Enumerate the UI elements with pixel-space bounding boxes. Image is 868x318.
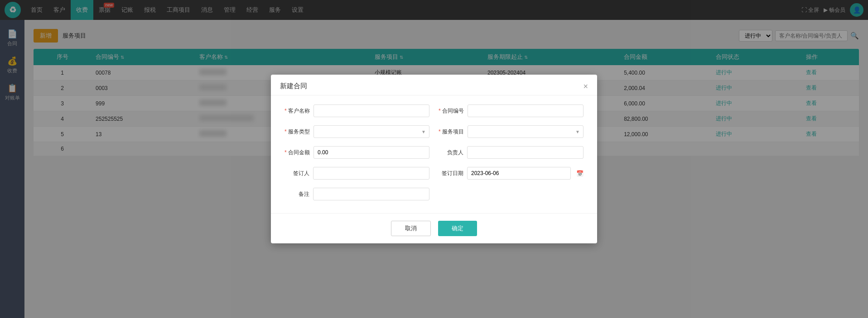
- client-name-label: 客户名称: [285, 107, 310, 115]
- form-field-responsible: 负责人: [439, 146, 583, 159]
- contract-no-input[interactable]: [468, 104, 583, 117]
- service-type-label: 服务类型: [285, 128, 310, 136]
- service-type-select-wrapper: ▼: [313, 125, 429, 138]
- signer-input[interactable]: [313, 167, 429, 180]
- form-field-service-item: 服务项目 ▼: [439, 125, 583, 138]
- service-item-label: 服务项目: [439, 128, 464, 136]
- modal-overlay: 新建合同 × 客户名称 合同编号: [24, 20, 868, 318]
- cancel-button[interactable]: 取消: [391, 221, 431, 236]
- modal-title: 新建合同: [280, 82, 307, 90]
- confirm-button[interactable]: 确定: [438, 221, 477, 236]
- modal-body: 客户名称 合同编号 服务类型: [271, 95, 597, 213]
- form-row-3: 合同金额 负责人: [285, 146, 583, 159]
- responsible-label: 负责人: [439, 149, 463, 157]
- contract-no-label: 合同编号: [439, 107, 464, 115]
- responsible-input[interactable]: [467, 146, 583, 159]
- remark-input[interactable]: [313, 188, 429, 200]
- calendar-icon[interactable]: 📅: [576, 170, 583, 177]
- remark-label: 备注: [285, 190, 309, 198]
- service-type-select[interactable]: [313, 125, 429, 138]
- new-contract-modal: 新建合同 × 客户名称 合同编号: [271, 75, 597, 243]
- form-field-empty: [439, 188, 583, 200]
- form-row-2: 服务类型 ▼ 服务项目: [285, 125, 583, 138]
- sign-date-input[interactable]: [467, 167, 571, 180]
- modal-close-button[interactable]: ×: [583, 82, 588, 90]
- modal-footer: 取消 确定: [271, 213, 597, 243]
- form-field-sign-date: 签订日期 📅: [439, 167, 583, 180]
- main-layout: 📄 合同 💰 收费 📋 对账单 新增 服务项目 进行中 已完成 已终止 全部: [0, 20, 868, 318]
- client-name-input[interactable]: [313, 104, 429, 117]
- form-row-1: 客户名称 合同编号: [285, 104, 583, 117]
- amount-label: 合同金额: [285, 149, 310, 157]
- service-item-select-wrapper: ▼: [468, 125, 583, 138]
- form-field-remark: 备注: [285, 188, 429, 200]
- modal-header: 新建合同 ×: [271, 75, 597, 95]
- form-row-5: 备注: [285, 188, 583, 200]
- service-item-select[interactable]: [468, 125, 583, 138]
- form-field-client-name: 客户名称: [285, 104, 429, 117]
- form-field-signer: 签订人: [285, 167, 429, 180]
- form-field-contract-no: 合同编号: [439, 104, 583, 117]
- sign-date-label: 签订日期: [439, 170, 463, 177]
- form-field-service-type: 服务类型 ▼: [285, 125, 429, 138]
- amount-input[interactable]: [313, 146, 429, 159]
- signer-label: 签订人: [285, 170, 309, 177]
- form-row-4: 签订人 签订日期 📅: [285, 167, 583, 180]
- content-area: 新增 服务项目 进行中 已完成 已终止 全部 🔍 序号 合同编号: [24, 20, 868, 318]
- form-field-amount: 合同金额: [285, 146, 429, 159]
